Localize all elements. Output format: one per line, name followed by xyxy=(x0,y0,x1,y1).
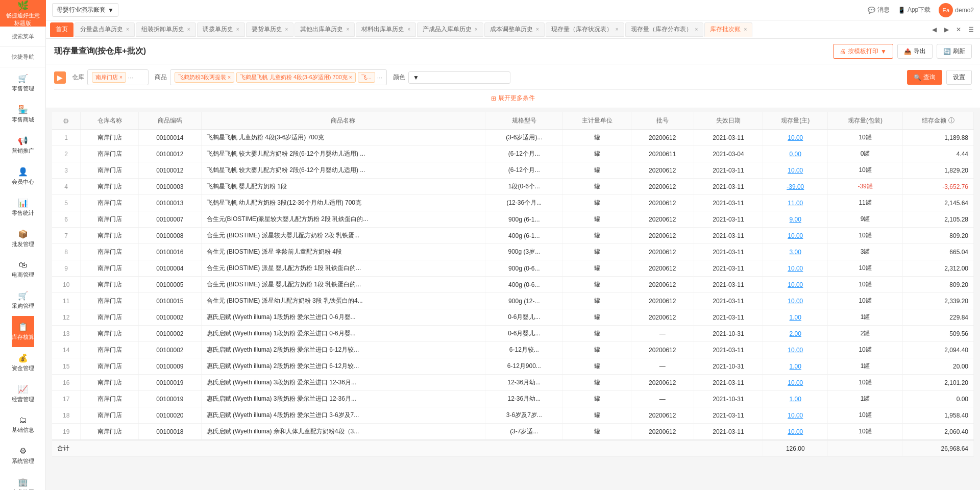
expand-more-label: 展开更多条件 xyxy=(498,94,535,103)
app-download-btn[interactable]: 📱 App下载 xyxy=(898,6,930,14)
search-menu[interactable]: 搜索菜单 xyxy=(0,27,45,47)
stats-icon: 📊 xyxy=(18,198,28,208)
tab-label-request: 要货单历史 xyxy=(252,25,282,34)
expand-more-conditions[interactable]: ⊞ 展开更多条件 xyxy=(54,89,972,103)
member-icon: 👤 xyxy=(18,167,28,177)
tab-close-inventory-status[interactable]: × xyxy=(616,27,619,32)
table-row: 6 南岸门店 00100007 合生元(BIOSTIME)派星较大婴儿配方奶粉 … xyxy=(52,211,974,228)
base-label: 基础信息 xyxy=(12,426,34,434)
account-dropdown[interactable]: 母婴行业演示账套 ▼ xyxy=(52,3,118,17)
warehouse-tag-close[interactable]: × xyxy=(119,75,122,80)
tab-batch-voucher[interactable]: 库存批次账× xyxy=(704,22,752,37)
tab-next-btn[interactable]: ▶ xyxy=(941,24,951,35)
warehouse-tag: 南岸门店 × xyxy=(92,72,126,83)
tab-label-split-inventory: 分量盘点单历史 xyxy=(80,25,123,34)
print-btn[interactable]: 🖨 按模板打印 ▼ xyxy=(833,44,893,59)
color-filter-group: 颜色 ▼ xyxy=(393,71,510,84)
user-info[interactable]: Ea demo2 xyxy=(939,3,974,17)
export-btn[interactable]: 📤 导出 xyxy=(897,44,933,59)
tab-menu-btn[interactable]: ☰ xyxy=(966,24,976,35)
tab-close-btn[interactable]: ✕ xyxy=(953,24,964,35)
tab-inventory-status[interactable]: 现存量（库存状况表）× xyxy=(546,22,624,37)
operations-icon: 📈 xyxy=(18,384,28,394)
table-row: 4 南岸门店 00100003 飞鹤星飞帆 婴儿配方奶粉 1段 1段(0-6个.… xyxy=(52,179,974,195)
sidebar-item-stats[interactable]: 📊 零售统计 xyxy=(12,192,34,223)
tab-home[interactable]: 首页 xyxy=(50,22,74,37)
ecommerce-icon: 🛍 xyxy=(19,260,27,270)
sidebar-item-base[interactable]: 🗂 基础信息 xyxy=(12,409,34,440)
color-filter-input[interactable]: ▼ xyxy=(408,71,510,84)
sidebar-item-finance[interactable]: 💰 资金管理 xyxy=(12,347,34,378)
table-row: 5 南岸门店 00100013 飞鹤星飞帆 幼儿配方奶粉 3段(12-36个月幼… xyxy=(52,195,974,211)
tab-material-out[interactable]: 材料出库单历史× xyxy=(356,22,416,37)
retail-label: 零售管理 xyxy=(12,85,34,92)
sidebar-item-retail[interactable]: 🛒 零售管理 xyxy=(12,67,34,99)
sidebar-item-purchase[interactable]: 🛒 采购管理 xyxy=(12,285,34,316)
tab-close-cost-adjust[interactable]: × xyxy=(536,27,539,32)
table-row: 7 南岸门店 00100008 合生元 (BIOSTIME) 派星较大婴儿配方奶… xyxy=(52,228,974,244)
sidebar-item-wholesale[interactable]: 📦 批发管理 xyxy=(12,223,34,254)
tab-request[interactable]: 要货单历史× xyxy=(246,22,294,37)
tab-other-out[interactable]: 其他出库单历史× xyxy=(295,22,355,37)
tab-disassemble[interactable]: 组装拆卸单历史× xyxy=(136,22,196,37)
tab-close-inventory-dist[interactable]: × xyxy=(695,27,698,32)
table-row: 12 南岸门店 00100002 惠氏启赋 (Wyeth illuma) 1段奶… xyxy=(52,309,974,326)
tab-close-request[interactable]: × xyxy=(285,27,288,32)
sidebar-item-shop[interactable]: 🏪 零售商城 xyxy=(12,99,34,130)
print-arrow-icon: ▼ xyxy=(880,48,887,55)
sidebar-item-member[interactable]: 👤 会员中心 xyxy=(12,161,34,192)
purchase-icon: 🛒 xyxy=(18,291,28,301)
table-row: 2 南岸门店 00100012 飞鹤星飞帆 较大婴儿配方奶粉 2段(6-12个月… xyxy=(52,146,974,162)
filter-bar: ▶ 仓库 南岸门店 × ··· 商品 飞鹤奶粉3段两提 xyxy=(46,64,980,108)
purchase-label: 采购管理 xyxy=(12,302,34,310)
download-icon: 📱 xyxy=(898,7,905,14)
product-tag-1-close[interactable]: × xyxy=(228,75,231,80)
sidebar-item-enterprise[interactable]: 🏢 企业协同 xyxy=(12,471,34,490)
warehouse-more-icon: ··· xyxy=(128,74,133,81)
product-filter-input[interactable]: 飞鹤奶粉3段两提装 × 飞鹤星飞帆 儿童奶粉 4段(3-6岁适用) 700克 ×… xyxy=(170,69,387,85)
tab-cost-adjust[interactable]: 成本调整单历史× xyxy=(484,22,545,37)
product-tag-2-text: 飞鹤星飞帆 儿童奶粉 4段(3-6岁适用) 700克 xyxy=(240,74,348,81)
tab-close-split-inventory[interactable]: × xyxy=(126,27,129,32)
sidebar-item-system[interactable]: ⚙ 系统管理 xyxy=(12,440,34,471)
tab-split-inventory[interactable]: 分量盘点单历史× xyxy=(75,22,135,37)
sidebar-item-ecommerce[interactable]: 🛍 电商管理 xyxy=(12,254,34,285)
marketing-label: 营销推广 xyxy=(12,147,34,155)
user-name: demo2 xyxy=(955,7,974,14)
topbar-right: 💬 消息 📱 App下载 Ea demo2 xyxy=(868,3,974,17)
tab-adjust[interactable]: 调拨单历史× xyxy=(197,22,245,37)
tab-close-other-out[interactable]: × xyxy=(346,27,349,32)
message-btn[interactable]: 💬 消息 xyxy=(868,6,890,14)
tab-product-in[interactable]: 产成品入库单历史× xyxy=(417,22,483,37)
footer-qty-main: 126.00 xyxy=(763,440,828,457)
column-settings-icon[interactable]: ⚙ xyxy=(63,117,69,125)
sidebar-item-marketing[interactable]: 📢 营销推广 xyxy=(12,130,34,161)
product-tag-1: 飞鹤奶粉3段两提装 × xyxy=(175,72,234,83)
enterprise-icon: 🏢 xyxy=(18,477,28,487)
settings-btn[interactable]: 设置 xyxy=(946,70,972,85)
tab-label-product-in: 产成品入库单历史 xyxy=(423,25,472,34)
stats-label: 零售统计 xyxy=(12,209,34,217)
table-row: 13 南岸门店 00100002 惠氏启赋 (Wyeth illuma) 1段奶… xyxy=(52,326,974,342)
tab-close-material-out[interactable]: × xyxy=(407,27,410,32)
quick-nav[interactable]: 快捷导航 xyxy=(0,47,45,67)
expand-btn[interactable]: ▶ xyxy=(54,71,66,84)
tab-close-product-in[interactable]: × xyxy=(475,27,478,32)
product-tag-2-close[interactable]: × xyxy=(349,75,352,80)
warehouse-filter-input[interactable]: 南岸门店 × ··· xyxy=(87,69,149,85)
sidebar-item-operations[interactable]: 📈 经营管理 xyxy=(12,378,34,409)
sidebar-item-inventory[interactable]: 📋 库存核算 xyxy=(12,316,34,347)
tab-inventory-dist[interactable]: 现存量（库存分布表）× xyxy=(625,22,704,37)
system-label: 系统管理 xyxy=(12,457,34,465)
tab-prev-btn[interactable]: ◀ xyxy=(929,24,939,35)
tab-close-adjust[interactable]: × xyxy=(236,27,239,32)
tab-close-disassemble[interactable]: × xyxy=(187,27,190,32)
product-tag-3: 飞... xyxy=(358,72,375,83)
query-btn[interactable]: 🔍 查询 xyxy=(907,70,942,85)
col-code: 商品编码 xyxy=(139,112,202,130)
refresh-btn[interactable]: 🔄 刷新 xyxy=(937,44,972,59)
page-title: 现存量查询(按仓库+批次) xyxy=(54,46,146,57)
table-row: 8 南岸门店 00100016 合生元 (BIOSTIME) 派星 学龄前儿童配… xyxy=(52,244,974,260)
logo-sub: 标题版 xyxy=(14,19,31,27)
tab-close-batch-voucher[interactable]: × xyxy=(744,27,747,32)
